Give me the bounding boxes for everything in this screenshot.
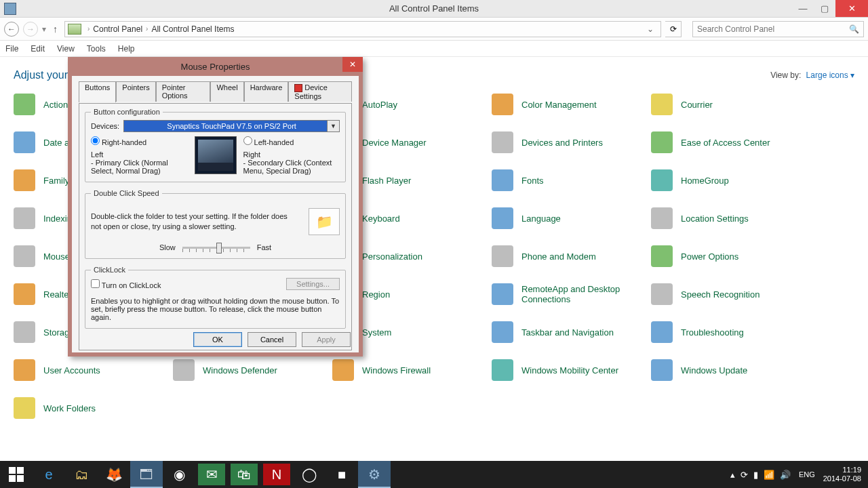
dcs-slider[interactable] bbox=[182, 247, 250, 249]
search-input[interactable] bbox=[697, 24, 849, 34]
cp-item[interactable]: Windows Mobility Center bbox=[492, 359, 651, 381]
crumb-sep: › bbox=[146, 25, 148, 33]
start-button[interactable] bbox=[0, 461, 33, 488]
menu-tools[interactable]: Tools bbox=[87, 44, 106, 54]
up-button[interactable]: ↑ bbox=[50, 24, 60, 35]
dialog-close-button[interactable]: ✕ bbox=[342, 57, 363, 72]
devices-select[interactable]: Synaptics TouchPad V7.5 on PS/2 Port ▼ bbox=[123, 120, 340, 132]
tray-language[interactable]: ENG bbox=[799, 470, 815, 479]
dcs-text: Double-click the folder to test your set… bbox=[91, 211, 290, 232]
taskbar-explorer[interactable]: 🗂 bbox=[65, 461, 98, 488]
cp-item[interactable]: Language bbox=[492, 207, 651, 229]
cancel-button[interactable]: Cancel bbox=[248, 332, 296, 347]
cp-item-icon bbox=[492, 94, 513, 115]
mouse-properties-dialog: Mouse Properties ✕ Buttons Pointers Poin… bbox=[68, 57, 363, 357]
taskbar-app1[interactable]: ◯ bbox=[293, 461, 326, 488]
search-icon: 🔍 bbox=[849, 24, 859, 34]
refresh-button[interactable]: ⟳ bbox=[665, 21, 682, 37]
cp-item-icon bbox=[173, 359, 195, 381]
cp-item[interactable]: Power Options bbox=[651, 245, 810, 267]
tab-pointer-options[interactable]: Pointer Options bbox=[156, 81, 211, 102]
tab-device-settings[interactable]: Device Settings bbox=[288, 81, 352, 102]
tray-up-icon[interactable]: ▴ bbox=[730, 470, 735, 480]
ok-button[interactable]: OK bbox=[193, 332, 242, 347]
radio-left-handed[interactable]: Left-handed bbox=[243, 138, 294, 146]
back-button[interactable]: ← bbox=[4, 22, 19, 37]
cp-item-icon bbox=[651, 283, 673, 305]
cp-item[interactable]: Speech Recognition bbox=[651, 283, 810, 305]
tray-sync-icon[interactable]: ⟳ bbox=[741, 470, 748, 480]
cp-item-label: Mouse bbox=[43, 251, 70, 262]
right-block-text: - Secondary Click (Context Menu, Special… bbox=[243, 159, 340, 175]
tray-volume-icon[interactable]: 🔊 bbox=[780, 470, 791, 480]
system-icon bbox=[4, 3, 16, 15]
chevron-down-icon: ▼ bbox=[327, 121, 339, 131]
taskbar-firefox[interactable]: 🦊 bbox=[98, 461, 130, 488]
cp-item-icon bbox=[14, 207, 35, 229]
cp-item[interactable]: Courrier bbox=[651, 94, 810, 115]
cp-item[interactable]: Devices and Printers bbox=[492, 131, 651, 153]
cp-item[interactable]: Color Management bbox=[492, 94, 651, 115]
menu-edit[interactable]: Edit bbox=[31, 44, 45, 54]
taskbar-chrome[interactable]: ◉ bbox=[163, 461, 195, 488]
taskbar-desktop[interactable]: 🗔 bbox=[130, 461, 163, 488]
maximize-button[interactable]: ▢ bbox=[814, 0, 835, 17]
tray-icons[interactable]: ▴ ⟳ ▮ 📶 🔊 bbox=[730, 470, 791, 480]
cp-item[interactable]: Fonts bbox=[492, 169, 651, 191]
tray-battery-icon[interactable]: ▮ bbox=[753, 470, 758, 480]
tab-hardware[interactable]: Hardware bbox=[244, 81, 289, 102]
cp-item[interactable]: Windows Firewall bbox=[332, 359, 492, 381]
view-by-dropdown[interactable]: Large icons ▾ bbox=[806, 70, 854, 80]
slider-thumb[interactable] bbox=[216, 243, 222, 253]
apply-button[interactable]: Apply bbox=[302, 332, 351, 347]
group-double-click-speed: Double Click Speed Double-click the fold… bbox=[85, 189, 346, 259]
taskbar-mail[interactable]: ✉ bbox=[198, 464, 225, 485]
taskbar-store[interactable]: 🛍 bbox=[231, 464, 258, 485]
crumb-all-items[interactable]: All Control Panel Items bbox=[151, 24, 234, 34]
address-bar[interactable]: › Control Panel › All Control Panel Item… bbox=[64, 21, 661, 37]
cp-item[interactable]: Windows Update bbox=[651, 359, 810, 381]
menu-view[interactable]: View bbox=[57, 44, 75, 54]
taskbar-app2[interactable]: ■ bbox=[326, 461, 358, 488]
cp-item-icon bbox=[651, 169, 673, 191]
cp-item-label: RemoteApp and Desktop Connections bbox=[521, 284, 651, 304]
cp-item[interactable]: Location Settings bbox=[651, 207, 810, 229]
cp-item-icon bbox=[14, 359, 35, 381]
taskbar-ie[interactable]: e bbox=[33, 461, 65, 488]
crumb-control-panel[interactable]: Control Panel bbox=[93, 24, 142, 34]
cp-item[interactable]: RemoteApp and Desktop Connections bbox=[492, 283, 651, 305]
folder-test-icon[interactable]: 📁 bbox=[309, 208, 340, 235]
dialog-tabs: Buttons Pointers Pointer Options Wheel H… bbox=[79, 81, 352, 102]
search-box[interactable]: 🔍 bbox=[692, 21, 864, 37]
recent-locations-dropdown[interactable]: ▾ bbox=[42, 24, 46, 34]
cp-item-label: Location Settings bbox=[681, 214, 749, 224]
cp-item-label: Devices and Printers bbox=[521, 138, 603, 148]
cp-item[interactable]: HomeGroup bbox=[651, 169, 810, 191]
radio-right-handed[interactable]: Right-handed bbox=[91, 138, 146, 146]
close-button[interactable]: ✕ bbox=[835, 0, 868, 17]
tray-clock[interactable]: 11:19 2014-07-08 bbox=[823, 466, 861, 483]
view-by: View by: Large icons ▾ bbox=[770, 70, 854, 80]
tab-buttons[interactable]: Buttons bbox=[79, 81, 116, 102]
cp-item[interactable]: Work Folders bbox=[14, 397, 173, 419]
tray-network-icon[interactable]: 📶 bbox=[764, 470, 774, 480]
address-dropdown[interactable]: ⌄ bbox=[643, 24, 658, 34]
menu-help[interactable]: Help bbox=[118, 44, 135, 54]
menu-bar: File Edit View Tools Help bbox=[0, 41, 868, 57]
cp-item[interactable]: User Accounts bbox=[14, 359, 173, 381]
tab-wheel[interactable]: Wheel bbox=[210, 81, 243, 102]
cp-item[interactable]: Taskbar and Navigation bbox=[492, 321, 651, 343]
taskbar-control-panel[interactable]: ⚙ bbox=[358, 461, 391, 488]
checkbox-clicklock[interactable]: Turn on ClickLock bbox=[91, 279, 161, 289]
forward-button[interactable]: → bbox=[23, 22, 38, 37]
cp-item-icon bbox=[14, 94, 35, 115]
cp-item[interactable]: Troubleshooting bbox=[651, 321, 810, 343]
cp-item[interactable]: Phone and Modem bbox=[492, 245, 651, 267]
cp-item[interactable]: Ease of Access Center bbox=[651, 131, 810, 153]
taskbar-netflix[interactable]: N bbox=[263, 464, 290, 485]
dialog-title[interactable]: Mouse Properties bbox=[68, 57, 363, 76]
minimize-button[interactable]: — bbox=[792, 0, 814, 17]
cp-item[interactable]: Windows Defender bbox=[173, 359, 332, 381]
tab-pointers[interactable]: Pointers bbox=[116, 81, 155, 102]
menu-file[interactable]: File bbox=[5, 44, 18, 54]
